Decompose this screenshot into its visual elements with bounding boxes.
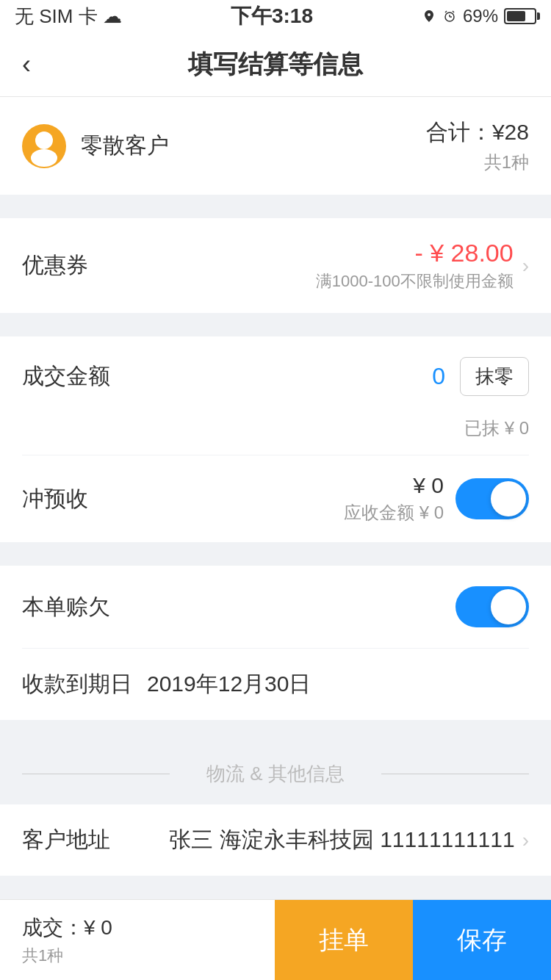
prepay-row: 冲预收 ¥ 0 应收金额 ¥ 0: [0, 455, 551, 542]
due-date-row: 收款到期日 2019年12月30日: [0, 649, 551, 720]
status-bar-right: 69%: [422, 6, 536, 26]
toggle-knob: [491, 481, 526, 516]
logistics-divider: 物流 & 其他信息: [0, 743, 551, 804]
bottom-deal-label: 成交：: [22, 916, 84, 939]
coupon-amount: - ¥ 28.00: [316, 239, 514, 267]
deal-label: 成交金额: [22, 361, 110, 392]
coupon-row[interactable]: 优惠券 - ¥ 28.00 满1000-100不限制使用金额 ›: [0, 218, 551, 313]
status-bar: 无 SIM 卡 ☁ 下午3:18 69%: [0, 0, 551, 32]
total-amount: 合计：¥28: [426, 118, 529, 148]
back-button[interactable]: ‹: [22, 49, 31, 80]
debt-label: 本单赊欠: [22, 592, 110, 622]
svg-line-4: [453, 11, 454, 12]
save-button[interactable]: 保存: [413, 900, 551, 980]
coupon-section[interactable]: 优惠券 - ¥ 28.00 满1000-100不限制使用金额 ›: [0, 218, 551, 313]
bottom-deal: 成交：¥ 0: [22, 914, 253, 942]
prepay-right: ¥ 0 应收金额 ¥ 0: [344, 473, 529, 525]
prepay-sub: 应收金额 ¥ 0: [344, 501, 444, 525]
svg-line-3: [445, 11, 447, 12]
prepay-toggle[interactable]: [455, 478, 529, 519]
prepay-amounts: ¥ 0 应收金额 ¥ 0: [344, 473, 444, 525]
address-value: 张三 海淀永丰科技园 11111111111: [125, 825, 515, 855]
customer-total: 合计：¥28 共1种: [426, 118, 529, 174]
address-row[interactable]: 客户地址 张三 海淀永丰科技园 11111111111 ›: [0, 804, 551, 876]
alarm-icon: [442, 9, 457, 24]
coupon-desc: 满1000-100不限制使用金额: [316, 270, 514, 292]
total-count: 共1种: [426, 151, 529, 174]
avatar: [22, 124, 66, 168]
due-label: 收款到期日: [22, 669, 132, 699]
address-section[interactable]: 客户地址 张三 海淀永丰科技园 11111111111 ›: [0, 804, 551, 876]
debt-toggle[interactable]: [455, 586, 529, 627]
logistics-text: 物流 & 其他信息: [206, 761, 345, 787]
customer-name: 零散客户: [81, 131, 169, 161]
status-bar-time: 下午3:18: [231, 2, 313, 30]
already-rounded: 已抹 ¥ 0: [0, 417, 551, 455]
svg-point-6: [31, 149, 57, 167]
round-zero-button[interactable]: 抹零: [460, 357, 529, 396]
section-divider-3: [0, 554, 551, 566]
debt-row: 本单赊欠: [0, 566, 551, 648]
debt-section: 本单赊欠 收款到期日 2019年12月30日: [0, 566, 551, 720]
bottom-bar: 成交：¥ 0 共1种 挂单 保存: [0, 899, 551, 980]
signal-text: 无 SIM 卡 ☁: [15, 4, 122, 29]
section-divider-1: [0, 206, 551, 218]
coupon-right: - ¥ 28.00 满1000-100不限制使用金额 ›: [316, 239, 529, 292]
due-date-value: 2019年12月30日: [147, 669, 311, 699]
logistics-line-left: [22, 774, 170, 774]
deal-right[interactable]: 0 抹零: [386, 357, 529, 396]
customer-info: 零散客户: [22, 124, 169, 168]
battery-percent: 69%: [463, 6, 498, 26]
address-label: 客户地址: [22, 825, 110, 855]
battery-icon: [504, 8, 536, 24]
prepay-label: 冲预收: [22, 484, 88, 514]
section-divider-2: [0, 325, 551, 336]
address-chevron-icon: ›: [522, 829, 529, 852]
bottom-count: 共1种: [22, 945, 253, 967]
deal-amount-input[interactable]: 0: [386, 363, 445, 390]
chevron-right-icon: ›: [522, 254, 529, 278]
prepay-amount: ¥ 0: [344, 473, 444, 498]
debt-toggle-knob: [491, 589, 526, 624]
logistics-line-right: [381, 774, 529, 774]
page-title: 填写结算等信息: [188, 48, 363, 82]
bottom-deal-amount: ¥ 0: [84, 916, 112, 939]
bottom-info: 成交：¥ 0 共1种: [0, 900, 275, 980]
section-divider-4: [0, 732, 551, 743]
customer-section: 零散客户 合计：¥28 共1种: [0, 97, 551, 195]
customer-row: 零散客户 合计：¥28 共1种: [0, 97, 551, 195]
svg-point-5: [35, 131, 53, 149]
status-bar-left: 无 SIM 卡 ☁: [15, 4, 122, 29]
deal-section: 成交金额 0 抹零 已抹 ¥ 0 冲预收 ¥ 0 应收金额 ¥ 0: [0, 336, 551, 542]
pending-button[interactable]: 挂单: [275, 900, 413, 980]
deal-row: 成交金额 0 抹零: [0, 336, 551, 417]
location-icon: [422, 9, 436, 24]
coupon-label: 优惠券: [22, 251, 88, 281]
nav-bar: ‹ 填写结算等信息: [0, 32, 551, 97]
